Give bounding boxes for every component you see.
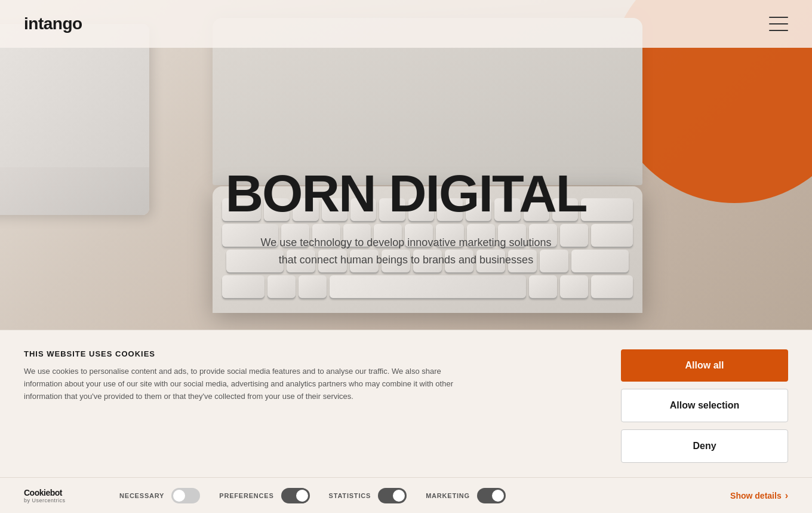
hamburger-line-3 [769,30,788,31]
site-logo: intango [24,14,82,33]
marketing-toggle[interactable] [477,488,506,503]
marketing-label: MARKETING [426,492,470,499]
hero-content: BORN DIGITAL We use technology to develo… [197,167,615,269]
show-details-text: Show details [730,491,782,500]
key [267,275,296,298]
necessary-toggle[interactable] [171,488,200,503]
preferences-toggle[interactable] [281,488,310,503]
cookie-text-area: THIS WEBSITE USES COOKIES We use cookies… [24,349,597,403]
hero-subtitle: We use technology to develop innovative … [197,234,615,269]
hamburger-line-1 [769,17,788,18]
spacebar-key [330,275,526,298]
necessary-toggle-item: NECESSARY [119,488,200,503]
necessary-label: NECESSARY [119,492,164,499]
marketing-toggle-item: MARKETING [426,488,506,503]
statistics-toggle[interactable] [378,488,407,503]
key [529,275,557,298]
hamburger-line-2 [769,23,788,24]
cookie-toggle-group: NECESSARY PREFERENCES STATISTICS MARKETI… [119,488,706,503]
cookie-banner: THIS WEBSITE USES COOKIES We use cookies… [0,330,812,477]
statistics-toggle-item: STATISTICS [329,488,407,503]
laptop-base [0,167,149,215]
menu-button[interactable] [769,17,788,31]
site-header: intango [0,0,812,48]
preferences-toggle-item: PREFERENCES [219,488,309,503]
chevron-right-icon: › [785,490,788,501]
hero-title: BORN DIGITAL [197,167,615,220]
laptop-left-decoration [0,24,149,215]
allow-selection-button[interactable]: Allow selection [621,389,788,422]
kb-row-4 [222,275,633,298]
cookiebot-brand-name: Cookiebot [24,488,62,497]
cookiebot-brand-sub: by Usercentrics [24,497,66,503]
cookie-banner-title: THIS WEBSITE USES COOKIES [24,349,597,358]
key [591,275,633,298]
allow-all-button[interactable]: Allow all [621,349,788,382]
deny-button[interactable]: Deny [621,429,788,463]
cookie-banner-description: We use cookies to personalise content an… [24,365,472,403]
preferences-label: PREFERENCES [219,492,273,499]
show-details-link[interactable]: Show details › [730,490,788,501]
cookie-footer-bar: Cookiebot by Usercentrics NECESSARY PREF… [0,477,812,513]
cookiebot-logo: Cookiebot by Usercentrics [24,488,96,503]
key [222,275,264,298]
statistics-label: STATISTICS [329,492,371,499]
cookie-action-buttons: Allow all Allow selection Deny [621,349,788,463]
key [299,275,327,298]
key [560,275,588,298]
